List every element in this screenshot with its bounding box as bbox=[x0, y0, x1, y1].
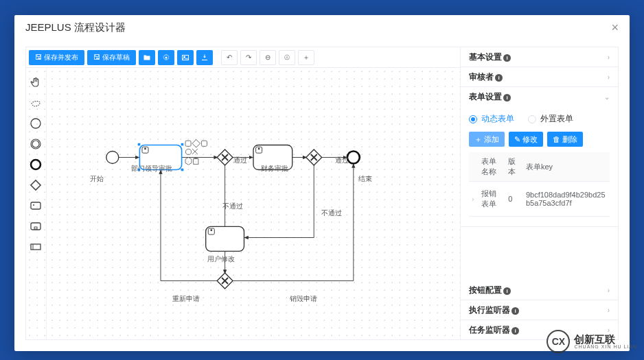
redo-button[interactable]: ↷ bbox=[240, 50, 257, 65]
edge-cancel-label: 销毁申请 bbox=[290, 294, 317, 304]
start-event-icon[interactable] bbox=[30, 117, 42, 130]
info-icon: i bbox=[503, 54, 511, 62]
svg-rect-20 bbox=[181, 169, 184, 171]
designer-left: 🖫保存并发布 🖫保存草稿 ↶ ↷ bbox=[25, 47, 461, 340]
add-button[interactable]: ＋ 添加 bbox=[469, 132, 505, 147]
svg-point-5 bbox=[32, 141, 39, 147]
svg-rect-21 bbox=[185, 141, 191, 146]
task-icon[interactable] bbox=[30, 200, 42, 212]
element-palette bbox=[26, 68, 47, 339]
svg-rect-18 bbox=[181, 143, 184, 146]
svg-point-16 bbox=[144, 148, 146, 150]
edge-fail2-label: 不通过 bbox=[321, 208, 342, 218]
chevron-down-icon: ⌄ bbox=[604, 93, 610, 101]
chevron-right-icon: › bbox=[608, 53, 610, 61]
radio-external-form[interactable]: 外置表单 bbox=[528, 113, 573, 125]
gateway-1[interactable] bbox=[217, 149, 233, 165]
svg-rect-1 bbox=[183, 55, 189, 60]
svg-point-9 bbox=[33, 204, 34, 206]
info-icon: i bbox=[495, 74, 503, 82]
panel-form-header[interactable]: 表单设置i ⌄ bbox=[461, 87, 618, 106]
watermark-logo-icon: CX bbox=[547, 330, 570, 353]
panel-exec-listener-header[interactable]: 执行监听器i › bbox=[461, 300, 618, 320]
gateway-3[interactable] bbox=[217, 273, 233, 289]
svg-point-29 bbox=[258, 148, 260, 150]
panel-reviewer-header[interactable]: 审核者i › bbox=[461, 67, 618, 86]
col-version: 版本 bbox=[505, 152, 523, 182]
undo-button[interactable]: ↶ bbox=[221, 50, 238, 65]
task-finance-label: 财务审批 bbox=[261, 164, 288, 173]
edge-resubmit-label: 重新申请 bbox=[172, 294, 200, 304]
zoom-in-button[interactable]: ＋ bbox=[298, 50, 314, 65]
edge-pass2-label: 通过 bbox=[335, 156, 349, 165]
col-form-name: 表单名称 bbox=[479, 152, 505, 182]
svg-rect-12 bbox=[31, 244, 41, 250]
edge-gw2-user[interactable] bbox=[244, 164, 314, 237]
watermark-sub: CHUANG XIN HU LIAN bbox=[574, 344, 637, 349]
svg-point-3 bbox=[31, 119, 41, 128]
watermark-brand: 创新互联 bbox=[574, 334, 637, 344]
svg-point-0 bbox=[165, 56, 168, 58]
svg-rect-17 bbox=[138, 143, 141, 146]
edge-resubmit[interactable] bbox=[161, 170, 218, 281]
svg-rect-7 bbox=[31, 180, 41, 190]
delete-button[interactable]: 🗑 删除 bbox=[547, 132, 583, 147]
svg-point-24 bbox=[185, 149, 191, 154]
edit-button[interactable]: ✎ 修改 bbox=[509, 132, 543, 147]
chevron-right-icon: › bbox=[608, 287, 610, 294]
panel-button-cfg-header[interactable]: 按钮配置i › bbox=[461, 280, 618, 300]
svg-rect-25 bbox=[194, 158, 198, 164]
svg-rect-11 bbox=[34, 227, 37, 229]
context-pad[interactable] bbox=[185, 140, 207, 165]
info-icon: i bbox=[503, 287, 511, 295]
panel-basic-header[interactable]: 基本设置i › bbox=[461, 47, 618, 67]
end-event-icon[interactable] bbox=[30, 158, 42, 171]
save-draft-button[interactable]: 🖫保存草稿 bbox=[87, 50, 136, 65]
info-icon: i bbox=[511, 327, 519, 335]
start-label: 开始 bbox=[90, 174, 104, 184]
settings-button[interactable] bbox=[158, 50, 174, 65]
lasso-tool-icon[interactable] bbox=[30, 97, 42, 109]
image-button[interactable] bbox=[177, 50, 194, 65]
table-row[interactable]: › 报销表单 0 9bcf108dad9f4b29bd25b5a75a3cfd7… bbox=[469, 182, 610, 217]
chevron-right-icon: › bbox=[608, 307, 610, 314]
gateway-icon[interactable] bbox=[30, 179, 42, 191]
zoom-reset-button[interactable]: ⦾ bbox=[279, 50, 295, 65]
form-table: 表单名称 版本 表单key › 报销表单 0 9bcf108dad9f4b29b… bbox=[469, 152, 610, 217]
open-folder-button[interactable] bbox=[139, 50, 155, 65]
intermediate-event-icon[interactable] bbox=[30, 138, 42, 150]
svg-rect-23 bbox=[201, 141, 207, 146]
expand-row-icon[interactable]: › bbox=[469, 182, 479, 217]
edge-cancel[interactable] bbox=[232, 164, 354, 281]
close-icon[interactable]: × bbox=[611, 21, 619, 34]
end-label: 结束 bbox=[358, 174, 372, 184]
subprocess-icon[interactable] bbox=[30, 220, 42, 232]
download-button[interactable] bbox=[196, 50, 213, 65]
info-icon: i bbox=[511, 307, 519, 315]
end-event[interactable] bbox=[347, 152, 360, 164]
svg-point-6 bbox=[31, 160, 41, 169]
pool-icon[interactable] bbox=[30, 241, 42, 253]
task-dept-label: 部门领导审批 bbox=[131, 164, 172, 173]
task-user-label: 用户修改 bbox=[207, 254, 235, 264]
svg-rect-8 bbox=[31, 202, 41, 209]
hand-tool-icon[interactable] bbox=[30, 76, 42, 88]
watermark: CX 创新互联 CHUANG XIN HU LIAN bbox=[547, 330, 637, 353]
start-event[interactable] bbox=[106, 152, 119, 164]
edge-pass1-label: 通过 bbox=[233, 156, 247, 165]
task-user[interactable] bbox=[206, 226, 244, 251]
toolbar: 🖫保存并发布 🖫保存草稿 ↶ ↷ bbox=[26, 47, 460, 68]
property-panel: 基本设置i › 审核者i › 表单设置i ⌄ 动态表单 外置表单 bbox=[461, 47, 619, 340]
gateway-2[interactable] bbox=[306, 149, 322, 165]
svg-rect-22 bbox=[192, 140, 200, 147]
col-form-key: 表单key bbox=[523, 152, 610, 182]
radio-dynamic-form[interactable]: 动态表单 bbox=[469, 113, 514, 125]
panel-form-body: 动态表单 外置表单 ＋ 添加 ✎ 修改 🗑 删除 表单名称 版本 表单ke bbox=[461, 106, 618, 226]
info-icon: i bbox=[503, 94, 511, 101]
edge-fail1-label: 不通过 bbox=[222, 202, 243, 211]
modal-process-designer: JEEPLUS 流程设计器 × 🖫保存并发布 🖫保存草稿 bbox=[14, 15, 630, 351]
modal-header: JEEPLUS 流程设计器 × bbox=[14, 15, 630, 36]
zoom-out-button[interactable]: ⊖ bbox=[260, 50, 276, 65]
save-publish-button[interactable]: 🖫保存并发布 bbox=[29, 50, 84, 65]
bpmn-canvas[interactable]: 开始 结束 部门领导审批 财务审批 用户修改 通过 通过 不通过 不通过 重新申… bbox=[47, 68, 460, 339]
